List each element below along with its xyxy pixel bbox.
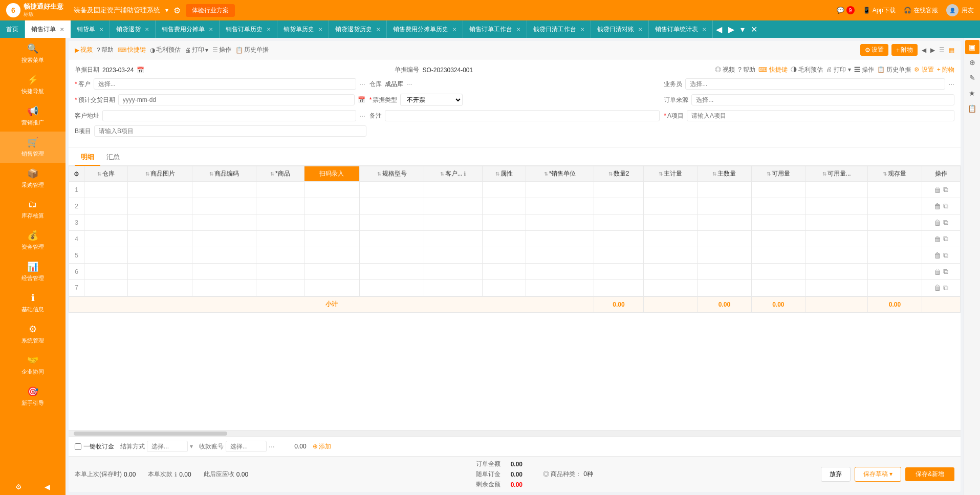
sidebar-item-search[interactable]: 🔍 搜索菜单: [0, 38, 66, 69]
account-input[interactable]: [226, 441, 267, 452]
payment-method-dropdown-icon[interactable]: ▾: [190, 443, 193, 450]
tab-return-history[interactable]: 销货退货历史 ✕: [329, 20, 387, 38]
op-toolbar-btn[interactable]: ☰ 操作: [854, 66, 874, 74]
scroll-area[interactable]: [69, 430, 961, 436]
row-stock[interactable]: [868, 280, 922, 296]
print-dropdown-icon[interactable]: ▾: [205, 47, 208, 54]
row-spec[interactable]: [360, 182, 424, 198]
col-unit[interactable]: ⇅*销售单位: [526, 166, 594, 182]
row-image[interactable]: [128, 198, 192, 214]
tab-detail[interactable]: 明细: [75, 149, 100, 166]
warehouse-more-btn[interactable]: ···: [406, 80, 412, 88]
copy-row-icon[interactable]: ⧉: [943, 202, 948, 210]
row-main-qty[interactable]: [698, 198, 751, 214]
delete-row-icon[interactable]: 🗑: [934, 219, 941, 227]
row-unit[interactable]: [526, 182, 594, 198]
help-toolbar-btn[interactable]: ? 帮助: [738, 66, 755, 74]
row-main-unit[interactable]: [643, 231, 697, 247]
col-spec[interactable]: ⇅规格型号: [360, 166, 424, 182]
row-main-qty[interactable]: [698, 247, 751, 264]
row-qty2[interactable]: [594, 231, 644, 247]
delete-row-icon[interactable]: 🗑: [934, 186, 941, 194]
sidebar-item-guide[interactable]: 🎯 新手引导: [0, 381, 66, 412]
row-product[interactable]: [256, 231, 304, 247]
row-product[interactable]: [256, 264, 304, 280]
copy-row-icon[interactable]: ⧉: [943, 218, 948, 227]
quick-deposit-checkbox[interactable]: [75, 443, 81, 450]
row-main-qty[interactable]: [698, 280, 751, 296]
row-spec[interactable]: [360, 198, 424, 214]
row-attrs[interactable]: [482, 214, 526, 231]
col-scan[interactable]: 扫码录入: [304, 166, 360, 182]
tab-close-all-btn[interactable]: ✕: [748, 25, 760, 34]
profit-btn[interactable]: ◑ 毛利预估: [150, 46, 181, 54]
tab-more-btn[interactable]: ▾: [737, 25, 748, 34]
row-qty2[interactable]: [594, 182, 644, 198]
row-image[interactable]: [128, 280, 192, 296]
sidebar-item-collab[interactable]: 🤝 企业协同: [0, 350, 66, 381]
delete-row-icon[interactable]: 🗑: [934, 284, 941, 292]
system-dropdown[interactable]: ▾: [165, 7, 168, 14]
row-stock[interactable]: [868, 264, 922, 280]
row-available2[interactable]: [805, 198, 868, 214]
sidebar-item-basic[interactable]: ℹ 基础信息: [0, 287, 66, 318]
col-qty2[interactable]: ⇅数量2: [594, 166, 644, 182]
row-stock[interactable]: [868, 182, 922, 198]
col-settings[interactable]: ⚙: [69, 166, 84, 182]
message-icon[interactable]: 💬: [837, 7, 844, 14]
row-product-code[interactable]: [192, 214, 256, 231]
row-scan[interactable]: [304, 247, 360, 264]
shortcut-toolbar-btn[interactable]: ⌨ 快捷键: [758, 66, 787, 74]
sidebar-item-quicknav[interactable]: ⚡ 快捷导航: [0, 69, 66, 100]
list-view-btn[interactable]: ☰: [939, 47, 945, 54]
copy-row-icon[interactable]: ⧉: [943, 185, 948, 194]
row-image[interactable]: [128, 214, 192, 231]
tab-close-icon[interactable]: ✕: [376, 27, 380, 32]
a-project-input[interactable]: [687, 110, 954, 121]
row-spec[interactable]: [360, 264, 424, 280]
settings-toolbar-btn[interactable]: ⚙ 设置: [914, 66, 933, 74]
row-stock[interactable]: [868, 247, 922, 264]
delete-row-icon[interactable]: 🗑: [934, 251, 941, 260]
right-panel-btn-2[interactable]: ⊕: [965, 55, 979, 70]
row-main-qty[interactable]: [698, 182, 751, 198]
row-warehouse[interactable]: [84, 198, 128, 214]
tab-close-icon[interactable]: ✕: [267, 27, 271, 32]
row-image[interactable]: [128, 264, 192, 280]
row-product-code[interactable]: [192, 182, 256, 198]
customer-more-btn[interactable]: ···: [359, 80, 365, 88]
copy-row-icon[interactable]: ⧉: [943, 267, 948, 276]
row-product-code[interactable]: [192, 264, 256, 280]
tab-sales-stats[interactable]: 销售订单统计表 ✕: [649, 20, 713, 38]
col-product-code[interactable]: ⇅商品编码: [192, 166, 256, 182]
row-customer-code[interactable]: [424, 182, 482, 198]
row-attrs[interactable]: [482, 231, 526, 247]
industry-btn[interactable]: 体验行业方案: [186, 4, 235, 17]
row-available[interactable]: [751, 231, 805, 247]
row-product[interactable]: [256, 280, 304, 296]
sidebar-collapse-btn[interactable]: ◀: [45, 483, 50, 491]
row-product-code[interactable]: [192, 198, 256, 214]
customer-input[interactable]: [94, 78, 356, 90]
calendar-icon[interactable]: 📅: [137, 67, 144, 74]
row-scan[interactable]: [304, 198, 360, 214]
shortcut-btn[interactable]: ⌨ 快捷键: [118, 46, 146, 54]
sidebar-settings-btn[interactable]: ⚙: [15, 483, 22, 491]
tab-daily-workbench[interactable]: 钱贷日清工作台 ✕: [527, 20, 591, 38]
row-customer-code[interactable]: [424, 214, 482, 231]
right-panel-btn-3[interactable]: ✎: [965, 71, 979, 85]
row-stock[interactable]: [868, 214, 922, 231]
grid-view-btn[interactable]: ▦: [949, 47, 954, 54]
tab-next-btn[interactable]: ▶: [725, 25, 737, 34]
row-customer-code[interactable]: [424, 231, 482, 247]
right-panel-btn-4[interactable]: ★: [965, 86, 979, 100]
row-scan[interactable]: [304, 231, 360, 247]
tab-sales-invoice[interactable]: 销货单 ✕: [71, 20, 110, 38]
row-main-unit[interactable]: [643, 247, 697, 264]
view-video-btn[interactable]: ▶ 视频: [75, 46, 93, 54]
col-stock[interactable]: ⇅现存量: [868, 166, 922, 182]
col-main-qty[interactable]: ⇅主数量: [698, 166, 751, 182]
row-warehouse[interactable]: [84, 231, 128, 247]
row-qty2[interactable]: [594, 198, 644, 214]
row-main-qty[interactable]: [698, 264, 751, 280]
